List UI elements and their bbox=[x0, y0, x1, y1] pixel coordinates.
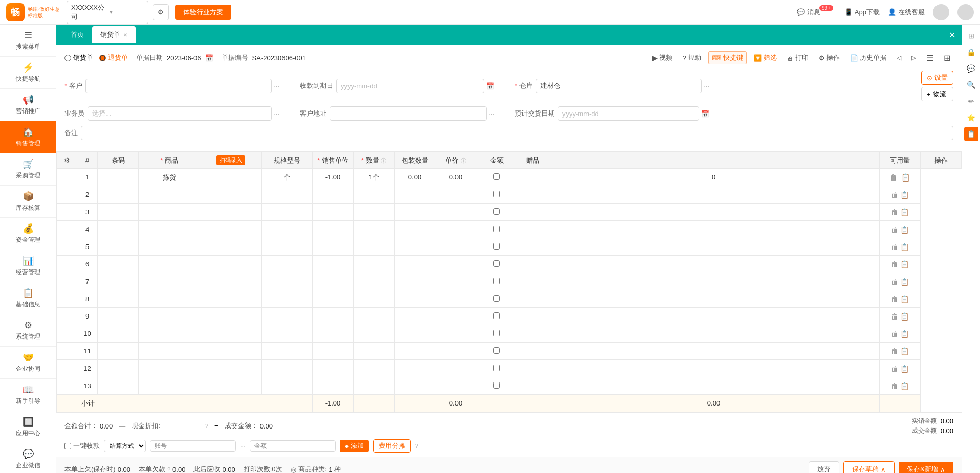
delete-icon[interactable]: 🗑 bbox=[891, 226, 898, 234]
th-scan[interactable]: 扫码录入 bbox=[200, 152, 262, 169]
due-date-input[interactable]: yyyy-mm-dd bbox=[336, 79, 484, 93]
gift-cb[interactable] bbox=[493, 295, 500, 302]
toolbar-ops[interactable]: ⚙ 操作 bbox=[816, 52, 843, 64]
copy-icon[interactable]: 📋 bbox=[900, 208, 909, 216]
toolbar-prev[interactable]: ◁ bbox=[894, 53, 904, 63]
gift-cb[interactable] bbox=[493, 382, 500, 389]
copy-icon-1[interactable]: 📋 bbox=[901, 173, 910, 182]
discount-input[interactable] bbox=[162, 421, 203, 431]
delete-icon[interactable]: 🗑 bbox=[891, 260, 898, 268]
customer-addr-dots[interactable]: ··· bbox=[489, 110, 494, 118]
gift-cb[interactable] bbox=[493, 330, 500, 336]
row-price-1[interactable]: 0.00 bbox=[395, 169, 435, 186]
sidebar-item-sales[interactable]: 🏠 销售管理 bbox=[0, 121, 56, 153]
sidebar-item-inventory[interactable]: 📦 库存核算 bbox=[0, 186, 56, 218]
account-input[interactable] bbox=[150, 440, 236, 452]
warehouse-input[interactable]: 建材仓 bbox=[536, 79, 702, 93]
gift-cb[interactable] bbox=[493, 365, 500, 371]
sidebar-item-quick-nav[interactable]: ⚡ 快捷导航 bbox=[0, 57, 56, 89]
sidebar-item-wechat[interactable]: 💬 企业微信 bbox=[0, 443, 56, 473]
customer-input[interactable] bbox=[85, 79, 272, 93]
th-settings[interactable]: ⚙ bbox=[57, 152, 77, 169]
radio-sales-input[interactable] bbox=[64, 55, 71, 61]
radio-return-input[interactable] bbox=[99, 55, 106, 61]
settle-method-select[interactable]: 结算方式 bbox=[104, 440, 146, 452]
delete-icon[interactable]: 🗑 bbox=[891, 382, 898, 390]
sidebar-item-system[interactable]: ⚙ 系统管理 bbox=[0, 314, 56, 347]
customer-addr-input[interactable] bbox=[330, 106, 487, 121]
toolbar-shortcut[interactable]: ⌨ 快捷键 bbox=[708, 51, 747, 64]
gift-cb[interactable] bbox=[493, 243, 500, 250]
sidebar-item-search[interactable]: ☰ 搜索菜单 bbox=[0, 25, 56, 57]
close-all-tabs[interactable]: ✕ bbox=[949, 30, 955, 40]
one-click-payment[interactable]: 一键收款 bbox=[64, 441, 100, 451]
close-tab-icon[interactable]: ✕ bbox=[123, 32, 127, 38]
toolbar-list-view[interactable]: ☰ bbox=[923, 52, 937, 64]
dots-icon[interactable]: ··· bbox=[240, 442, 246, 450]
toolbar-print[interactable]: 🖨 打印 bbox=[784, 52, 812, 64]
sidebar-item-operations[interactable]: 📊 经营管理 bbox=[0, 250, 56, 282]
copy-icon[interactable]: 📋 bbox=[900, 312, 909, 321]
delete-icon[interactable]: 🗑 bbox=[891, 312, 898, 321]
rp-active-icon[interactable]: 📋 bbox=[964, 127, 978, 141]
toolbar-next[interactable]: ▷ bbox=[908, 53, 919, 63]
sidebar-item-apps[interactable]: 🔲 应用中心 bbox=[0, 411, 56, 443]
notes-input[interactable] bbox=[81, 126, 953, 140]
tab-home[interactable]: 首页 bbox=[62, 26, 92, 43]
row-gift-1[interactable] bbox=[476, 169, 517, 186]
sidebar-item-purchase[interactable]: 🛒 采购管理 bbox=[0, 153, 56, 186]
sidebar-item-guide[interactable]: 📖 新手引导 bbox=[0, 379, 56, 411]
customer-dots[interactable]: ··· bbox=[274, 82, 279, 90]
copy-icon[interactable]: 📋 bbox=[900, 295, 909, 303]
due-date-calendar-icon[interactable]: 📅 bbox=[486, 82, 494, 90]
company-selector[interactable]: XXXXXX公司 ▼ bbox=[67, 1, 148, 24]
expected-date-calendar-icon[interactable]: 📅 bbox=[701, 110, 709, 118]
discard-button[interactable]: 放弃 bbox=[809, 461, 839, 473]
warehouse-dots[interactable]: ··· bbox=[704, 82, 709, 90]
copy-icon[interactable]: 📋 bbox=[900, 382, 909, 390]
delete-icon[interactable]: 🗑 bbox=[891, 330, 898, 338]
expected-date-input[interactable]: yyyy-mm-dd bbox=[558, 106, 699, 121]
copy-icon[interactable]: 📋 bbox=[900, 226, 909, 234]
delete-icon[interactable]: 🗑 bbox=[891, 295, 898, 303]
amount-input[interactable] bbox=[250, 440, 336, 452]
settings-button[interactable]: ⊙ 设置 bbox=[921, 71, 953, 85]
delete-icon[interactable]: 🗑 bbox=[891, 191, 898, 199]
toolbar-filter[interactable]: 🔽 筛选 bbox=[751, 52, 780, 64]
sidebar-item-marketing[interactable]: 📢 营销推广 bbox=[0, 89, 56, 121]
rp-star-icon[interactable]: ⭐ bbox=[964, 110, 978, 125]
radio-return-order[interactable]: 退货单 bbox=[99, 53, 128, 62]
delete-icon[interactable]: 🗑 bbox=[891, 347, 898, 355]
sidebar-item-basic[interactable]: 📋 基础信息 bbox=[0, 282, 56, 314]
delete-icon[interactable]: 🗑 bbox=[891, 208, 898, 216]
avatar[interactable] bbox=[933, 4, 949, 20]
toolbar-video[interactable]: ▶ 视频 bbox=[649, 52, 676, 64]
rp-chat-icon[interactable]: 💬 bbox=[964, 61, 978, 76]
copy-icon[interactable]: 📋 bbox=[900, 278, 909, 286]
gift-cb[interactable] bbox=[493, 208, 500, 215]
add-payment-button[interactable]: ● 添加 bbox=[340, 440, 369, 452]
copy-icon[interactable]: 📋 bbox=[900, 191, 909, 199]
row-qty-1[interactable]: -1.00 bbox=[313, 169, 354, 186]
toolbar-help[interactable]: ? 帮助 bbox=[680, 52, 704, 64]
settings-icon[interactable]: ⚙ bbox=[153, 4, 169, 20]
save-new-button[interactable]: 保存&新增 ∧ bbox=[899, 462, 953, 473]
rp-edit-icon[interactable]: ✏ bbox=[964, 94, 978, 108]
gift-cb[interactable] bbox=[493, 278, 500, 284]
rp-lock-icon[interactable]: 🔒 bbox=[964, 45, 978, 59]
toolbar-grid-view[interactable]: ⊞ bbox=[941, 52, 953, 64]
copy-icon[interactable]: 📋 bbox=[900, 243, 909, 251]
row-barcode-1[interactable] bbox=[98, 169, 139, 186]
copy-icon[interactable]: 📋 bbox=[900, 365, 909, 373]
delete-icon[interactable]: 🗑 bbox=[891, 278, 898, 286]
gift-cb[interactable] bbox=[493, 191, 500, 197]
tab-sales-order[interactable]: 销货单 ✕ bbox=[92, 26, 136, 43]
radio-sales-order[interactable]: 销货单 bbox=[64, 53, 93, 62]
copy-icon[interactable]: 📋 bbox=[900, 260, 909, 268]
split-button[interactable]: 费用分摊 bbox=[373, 439, 411, 453]
rp-expand-icon[interactable]: ⊞ bbox=[964, 29, 978, 43]
avatar2[interactable] bbox=[957, 4, 974, 20]
delete-icon-1[interactable]: 🗑 bbox=[890, 173, 897, 182]
gift-cb[interactable] bbox=[493, 260, 500, 267]
row-spec-1[interactable] bbox=[200, 169, 262, 186]
